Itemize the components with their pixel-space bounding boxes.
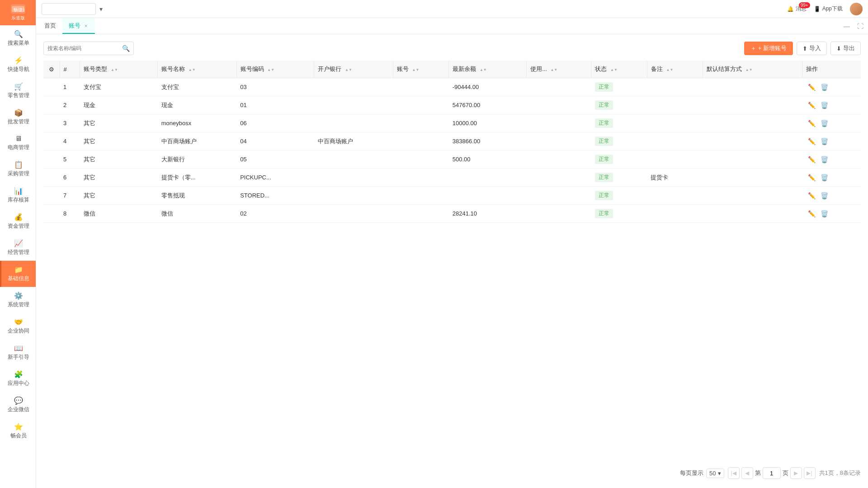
user-avatar[interactable] — [850, 3, 863, 15]
sidebar-item-guide[interactable]: 📖 新手引导 — [0, 339, 36, 366]
th-name[interactable]: 账号名称 ▲▼ — [158, 61, 237, 78]
delete-button[interactable]: 🗑️ — [819, 191, 830, 200]
sidebar-item-system[interactable]: ⚙️ 系统管理 — [0, 287, 36, 313]
tab-accounts-label: 账号 — [69, 22, 80, 30]
cell-balance: 28241.10 — [449, 205, 527, 223]
edit-button[interactable]: ✏️ — [806, 155, 817, 164]
sidebar-item-inventory[interactable]: 📊 库存核算 — [0, 182, 36, 208]
cell-settlement — [703, 114, 802, 132]
cell-bank: 中百商场账户 — [314, 132, 393, 150]
cell-num: 4 — [60, 132, 80, 150]
page-suffix: 页 — [783, 469, 788, 477]
sidebar-item-basic[interactable]: 📁 基础信息 — [0, 261, 36, 287]
delete-button[interactable]: 🗑️ — [819, 173, 830, 182]
sidebar-item-wecom[interactable]: 💬 企业微信 — [0, 392, 36, 418]
sidebar-item-wholesale[interactable]: 📦 批发管理 — [0, 104, 36, 130]
delete-button[interactable]: 🗑️ — [819, 155, 830, 164]
edit-button[interactable]: ✏️ — [806, 101, 817, 110]
sidebar-item-retail[interactable]: 🛒 零售管理 — [0, 78, 36, 104]
sidebar-item-ecommerce[interactable]: 🖥 电商管理 — [0, 130, 36, 156]
th-code[interactable]: 账号编码 ▲▼ — [236, 61, 314, 78]
sidebar-item-member[interactable]: ⭐ 畅会员 — [0, 418, 36, 444]
export-button[interactable]: ⬇ 导出 — [830, 42, 861, 55]
delete-button[interactable]: 🗑️ — [819, 137, 830, 146]
per-page-dropdown[interactable]: 50 ▾ — [706, 469, 724, 478]
sidebar-item-finance[interactable]: 💰 资金管理 — [0, 208, 36, 235]
cell-action: ✏️ 🗑️ — [802, 205, 861, 223]
cell-usage — [526, 132, 591, 150]
first-page-btn[interactable]: |◀ — [728, 467, 740, 479]
th-bank[interactable]: 开户银行 ▲▼ — [314, 61, 393, 78]
add-account-button[interactable]: ＋ + 新增账号 — [744, 42, 793, 55]
tab-minimize-btn[interactable]: — — [841, 22, 853, 31]
cell-checkbox — [43, 78, 60, 96]
tab-accounts[interactable]: 账号 × — [62, 18, 95, 34]
cell-num: 6 — [60, 169, 80, 187]
edit-button[interactable]: ✏️ — [806, 209, 817, 218]
page-total-text: 共1页，8条记录 — [819, 469, 861, 477]
th-status[interactable]: 状态 ▲▼ — [591, 61, 647, 78]
cell-code: STORED... — [236, 187, 314, 205]
th-balance[interactable]: 最新余额 ▲▼ — [449, 61, 527, 78]
cell-type: 微信 — [80, 205, 158, 223]
app-download-btn[interactable]: 📱 App下载 — [814, 5, 843, 13]
edit-button[interactable]: ✏️ — [806, 83, 817, 92]
notification-btn[interactable]: 🔔 99+ 消息 — [787, 5, 807, 13]
sort-icons: ▲▼ — [189, 68, 196, 72]
sidebar-item-purchase[interactable]: 📋 采购管理 — [0, 156, 36, 182]
sidebar-item-appcenter[interactable]: 🧩 应用中心 — [0, 366, 36, 392]
import-label: 导入 — [809, 44, 821, 52]
search-input[interactable] — [47, 45, 122, 52]
prev-page-btn[interactable]: ◀ — [741, 467, 753, 479]
cell-account — [393, 150, 448, 169]
sidebar-item-quicknav[interactable]: ⚡ 快捷导航 — [0, 52, 36, 78]
top-search-input[interactable] — [42, 3, 96, 15]
status-badge: 正常 — [595, 191, 613, 200]
import-button[interactable]: ⬆ 导入 — [797, 42, 827, 55]
th-note[interactable]: 备注 ▲▼ — [647, 61, 703, 78]
cell-usage — [526, 150, 591, 169]
flash-icon: ⚡ — [14, 56, 23, 65]
th-account[interactable]: 账号 ▲▼ — [393, 61, 448, 78]
delete-button[interactable]: 🗑️ — [819, 209, 830, 218]
sort-icons: ▲▼ — [345, 68, 352, 72]
sidebar-item-enterprise[interactable]: 🤝 企业协同 — [0, 313, 36, 339]
edit-button[interactable]: ✏️ — [806, 191, 817, 200]
tab-actions: — ⛶ — [841, 22, 866, 31]
th-usage[interactable]: 使用... ▲▼ — [526, 61, 591, 78]
header-dropdown-btn[interactable]: ▾ — [99, 5, 103, 13]
sidebar-item-label: 基础信息 — [8, 275, 29, 282]
export-label: 导出 — [843, 44, 855, 52]
sidebar-item-label: 采购管理 — [8, 170, 29, 178]
last-page-btn[interactable]: ▶| — [804, 467, 816, 479]
th-settings[interactable]: ⚙ — [43, 61, 60, 78]
sort-icons: ▲▼ — [111, 68, 118, 72]
tab-maximize-btn[interactable]: ⛶ — [854, 22, 866, 31]
th-settlement[interactable]: 默认结算方式 ▲▼ — [703, 61, 802, 78]
folder-icon: 📁 — [14, 265, 23, 274]
logo-icon: 畅捷通 — [11, 4, 25, 14]
delete-button[interactable]: 🗑️ — [819, 101, 830, 110]
th-action: 操作 — [802, 61, 861, 78]
tab-close-btn[interactable]: × — [83, 23, 89, 29]
cell-settlement — [703, 187, 802, 205]
page-input[interactable] — [763, 467, 781, 479]
edit-button[interactable]: ✏️ — [806, 119, 817, 128]
delete-button[interactable]: 🗑️ — [819, 119, 830, 128]
edit-button[interactable]: ✏️ — [806, 173, 817, 182]
page-label: 第 — [755, 469, 761, 477]
cell-num: 7 — [60, 187, 80, 205]
delete-button[interactable]: 🗑️ — [819, 83, 830, 92]
search-box: 🔍 — [43, 42, 134, 55]
sidebar-item-business[interactable]: 📈 经营管理 — [0, 235, 36, 261]
sidebar-item-search[interactable]: 🔍 搜索菜单 — [0, 25, 36, 52]
status-badge: 正常 — [595, 173, 613, 182]
next-page-btn[interactable]: ▶ — [790, 467, 802, 479]
table-header-row: ⚙ # 账号类型 ▲▼ 账号名称 ▲▼ 账号编码 ▲▼ — [43, 61, 861, 78]
status-badge: 正常 — [595, 82, 613, 92]
th-type[interactable]: 账号类型 ▲▼ — [80, 61, 158, 78]
header-right: 🔔 99+ 消息 📱 App下载 — [787, 3, 863, 15]
cell-type: 其它 — [80, 132, 158, 150]
edit-button[interactable]: ✏️ — [806, 137, 817, 146]
tab-home[interactable]: 首页 — [38, 18, 62, 34]
